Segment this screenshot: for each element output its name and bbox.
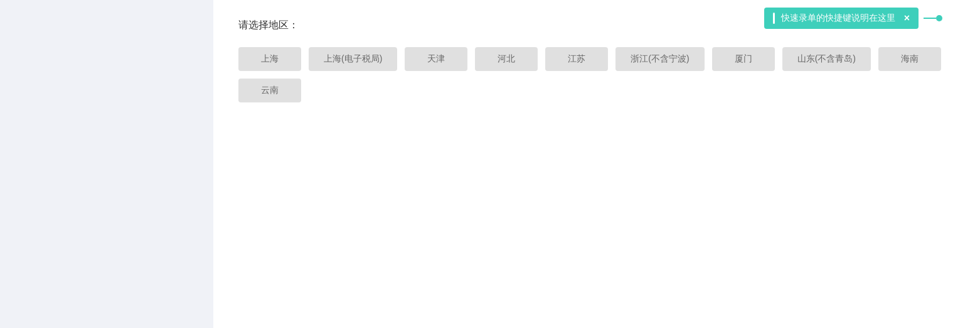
region-btn-zhejiang[interactable]: 浙江(不含宁波) bbox=[615, 47, 704, 71]
tooltip-connector-dot bbox=[936, 15, 942, 21]
region-btn-hebei[interactable]: 河北 bbox=[475, 47, 538, 71]
tooltip-connector-line bbox=[924, 18, 936, 19]
region-btn-shandong[interactable]: 山东(不含青岛) bbox=[782, 47, 871, 71]
tooltip-close-button[interactable]: × bbox=[904, 13, 910, 24]
region-btn-jiangsu[interactable]: 江苏 bbox=[545, 47, 608, 71]
region-btn-yunnan[interactable]: 云南 bbox=[238, 79, 301, 102]
tooltip-box: 快速录单的快捷键说明在这里 × bbox=[764, 8, 919, 29]
region-btn-shanghai-etax[interactable]: 上海(电子税局) bbox=[309, 47, 397, 71]
tooltip-bar-icon bbox=[773, 13, 775, 24]
region-btn-tianjin[interactable]: 天津 bbox=[405, 47, 467, 71]
tooltip-text: 快速录单的快捷键说明在这里 bbox=[781, 13, 895, 24]
tooltip-container: 快速录单的快捷键说明在这里 × bbox=[764, 8, 942, 29]
region-btn-shanghai[interactable]: 上海 bbox=[238, 47, 301, 71]
main-content: 请选择地区： 上海上海(电子税局)天津河北江苏浙江(不含宁波)厦门山东(不含青岛… bbox=[213, 0, 980, 328]
region-btn-xiamen[interactable]: 厦门 bbox=[712, 47, 775, 71]
region-grid: 上海上海(电子税局)天津河北江苏浙江(不含宁波)厦门山东(不含青岛)海南云南 bbox=[238, 47, 955, 102]
sidebar bbox=[0, 0, 213, 328]
region-btn-hainan[interactable]: 海南 bbox=[878, 47, 941, 71]
